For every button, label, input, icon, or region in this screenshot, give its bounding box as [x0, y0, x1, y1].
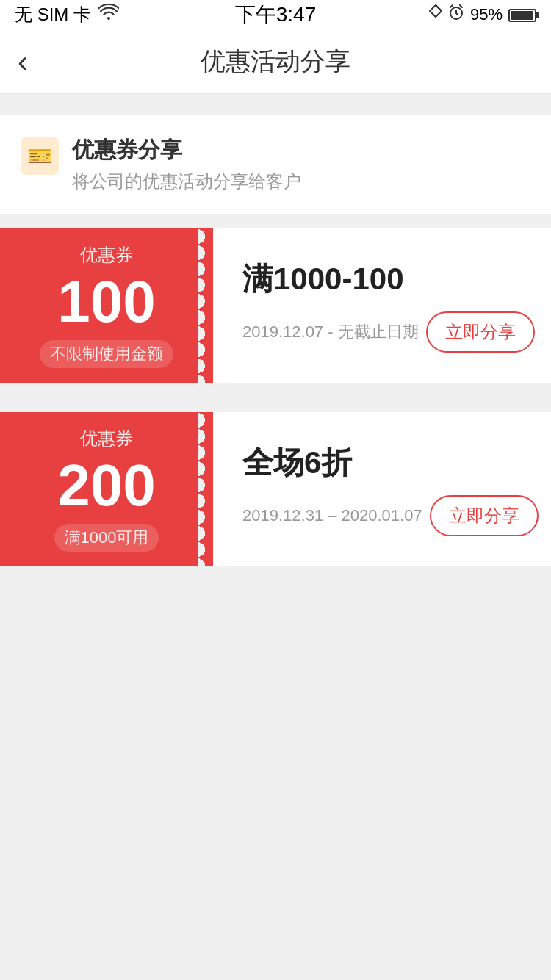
back-button[interactable]: ‹	[18, 46, 28, 77]
coupon-label-2: 优惠券	[80, 427, 133, 450]
coupon-left-2: 优惠券 200 满1000可用	[0, 412, 213, 566]
status-bar: 无 SIM 卡 下午3:47 95%	[0, 0, 551, 29]
section-title: 优惠券分享	[72, 135, 301, 165]
nav-bar: ‹ 优惠活动分享	[0, 29, 551, 94]
coupon-meta-2: 2019.12.31 – 2020.01.07 立即分享	[242, 495, 530, 536]
coupon-divider	[198, 228, 214, 383]
coupon-date-1: 2019.12.07 - 无截止日期	[242, 321, 419, 343]
section-icon: 🎫	[21, 137, 59, 175]
coupon-card: 优惠券 100 不限制使用金额 满1000-100 2019.12.07 - 无…	[0, 228, 551, 383]
status-left: 无 SIM 卡	[15, 3, 119, 26]
carrier-text: 无 SIM 卡	[15, 3, 91, 26]
battery-percentage: 95%	[470, 5, 503, 24]
coupon-meta-1: 2019.12.07 - 无截止日期 立即分享	[242, 311, 530, 353]
section-subtitle: 将公司的优惠活动分享给客户	[72, 170, 301, 193]
status-time: 下午3:47	[235, 1, 317, 29]
coupon-condition-1: 不限制使用金额	[40, 340, 173, 368]
gap1	[0, 214, 551, 228]
share-button-2[interactable]: 立即分享	[430, 495, 539, 536]
coupon-label-1: 优惠券	[80, 243, 133, 267]
share-button-1[interactable]: 立即分享	[426, 311, 535, 353]
coupon-divider-2	[198, 412, 214, 566]
coupon-amount-1: 100	[57, 273, 155, 331]
section-text: 优惠券分享 将公司的优惠活动分享给客户	[72, 135, 301, 193]
coupon-icon: 🎫	[27, 144, 53, 168]
status-right: 95%	[429, 4, 536, 25]
top-spacer	[0, 94, 551, 115]
coupon-date-2: 2019.12.31 – 2020.01.07	[242, 506, 422, 525]
coupon-amount-2: 200	[57, 456, 155, 515]
coupon-condition-2: 满1000可用	[54, 524, 159, 552]
coupon-name-2: 全场6折	[242, 442, 530, 483]
alarm-icon	[448, 4, 464, 25]
coupon-card-2: 优惠券 200 满1000可用 全场6折 2019.12.31 – 2020.0…	[0, 412, 551, 566]
wifi-icon	[98, 4, 119, 25]
coupon-name-1: 满1000-100	[242, 259, 530, 300]
coupon-right: 满1000-100 2019.12.07 - 无截止日期 立即分享	[213, 228, 551, 383]
gap2	[0, 397, 551, 412]
coupon-left: 优惠券 100 不限制使用金额	[0, 228, 213, 383]
battery-icon	[508, 5, 536, 24]
bottom-fill	[0, 581, 551, 948]
coupon-right-2: 全场6折 2019.12.31 – 2020.01.07 立即分享	[213, 412, 551, 566]
section-header: 🎫 优惠券分享 将公司的优惠活动分享给客户	[0, 115, 551, 214]
location-icon	[429, 4, 442, 25]
page-title: 优惠活动分享	[201, 45, 350, 79]
